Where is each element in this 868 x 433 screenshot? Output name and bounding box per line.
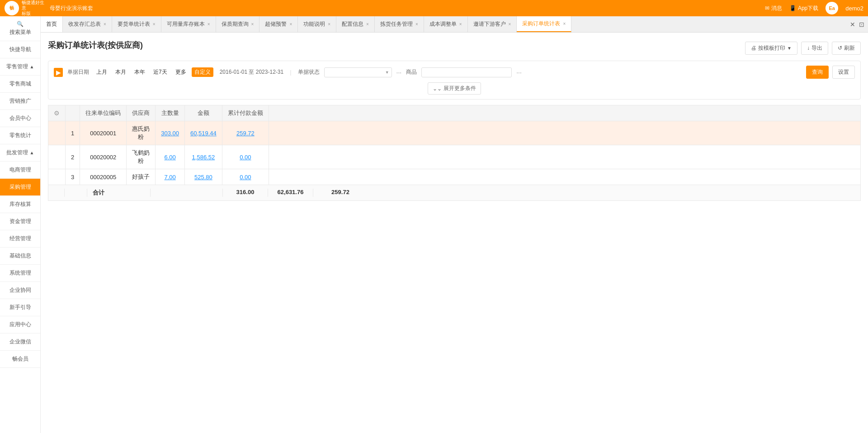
- sidebar-item-retail-shop[interactable]: 零售商城: [0, 76, 40, 93]
- filter-expand-toggle[interactable]: ▶: [54, 68, 63, 77]
- page-content: 采购订单统计表(按供应商) 🖨 按模板打印 ▼ ↓ 导出 ↺: [41, 33, 868, 433]
- row3-no: 3: [66, 169, 80, 185]
- table-row[interactable]: 1 00020001 惠氏奶粉 303.00 60,519.44 259.72: [48, 121, 861, 145]
- tab-func-desc[interactable]: 功能说明 ×: [298, 16, 336, 32]
- shortcut-this-year[interactable]: 本年: [132, 67, 148, 77]
- sidebar-item-finance[interactable]: 资金管理: [0, 213, 40, 230]
- sidebar-item-marketing[interactable]: 营销推广: [0, 93, 40, 110]
- row2-extra: [269, 145, 860, 169]
- main-layout: 🔍 搜索菜单 快捷导航 零售管理 ▲ 零售商城 营销推广 会员中心 零售统计: [0, 16, 868, 433]
- retail-arrow-icon: ▲: [30, 64, 34, 69]
- sidebar-item-ecom[interactable]: 电商管理: [0, 162, 40, 179]
- tab-close-pick-task[interactable]: ×: [415, 22, 418, 27]
- row2-amount[interactable]: 1,586.52: [185, 145, 222, 169]
- sidebar-item-retail[interactable]: 零售管理 ▲: [0, 58, 40, 76]
- tab-close-func-desc[interactable]: ×: [328, 22, 330, 27]
- tab-close-all-icon[interactable]: ✕: [850, 21, 855, 28]
- filter-row-main: ▶ 单据日期 上月 本月 本年 近7天 更多 自定义 2016-01-01: [54, 66, 855, 79]
- sidebar-item-corp[interactable]: 企业协同: [0, 282, 40, 299]
- sidebar-item-member[interactable]: 会员中心: [0, 110, 40, 127]
- status-more-icon[interactable]: ···: [396, 69, 402, 76]
- top-bar-title: 母婴行业演示账套: [45, 5, 765, 12]
- tab-receive-summary[interactable]: 收发存汇总表 ×: [63, 16, 112, 32]
- row3-quantity[interactable]: 7.00: [156, 169, 185, 185]
- table-wrapper: ⚙ 往来单位编码 供应商 主数量 金额 累计付款金额: [48, 105, 861, 201]
- tab-close-cost-adj[interactable]: ×: [459, 22, 462, 27]
- tab-bar: 首页 收发存汇总表 × 要货单统计表 × 可用量库存账本 × 保质期查询 ×: [41, 16, 868, 33]
- sidebar-item-inventory[interactable]: 库存核算: [0, 196, 40, 213]
- sidebar-item-batch[interactable]: 批发管理 ▲: [0, 144, 40, 162]
- refresh-button[interactable]: ↺ 刷新: [832, 42, 861, 55]
- tab-pick-task[interactable]: 拣货任务管理 ×: [375, 16, 424, 32]
- row3-paid[interactable]: 0.00: [222, 169, 269, 185]
- sidebar-item-newbie[interactable]: 新手引导: [0, 299, 40, 316]
- sidebar-item-wecom[interactable]: 企业微信: [0, 333, 40, 351]
- tab-maximize-icon[interactable]: ⊡: [859, 21, 864, 28]
- sidebar-item-search[interactable]: 🔍 搜索菜单: [0, 16, 40, 41]
- shortcut-last-month[interactable]: 上月: [94, 67, 110, 77]
- tab-close-overstock[interactable]: ×: [289, 22, 292, 27]
- shortcut-7days[interactable]: 近7天: [151, 67, 170, 77]
- sidebar-item-quicknav[interactable]: 快捷导航: [0, 41, 40, 58]
- status-select[interactable]: [324, 67, 392, 77]
- tab-purchase-summary[interactable]: 采购订单统计表 ×: [517, 16, 571, 32]
- tab-close-purchase-summary[interactable]: ×: [563, 21, 566, 26]
- date-range-display: 2016-01-01 至 2023-12-31: [220, 68, 283, 76]
- app-download-btn[interactable]: 📱 App下载: [789, 5, 818, 12]
- tab-available-stock[interactable]: 可用量库存账本 ×: [161, 16, 216, 32]
- sidebar-item-basic[interactable]: 基础信息: [0, 247, 40, 265]
- col-settings-icon[interactable]: ⚙: [54, 109, 60, 117]
- row1-no: 1: [66, 121, 80, 145]
- shortcut-more[interactable]: 更多: [173, 67, 189, 77]
- sidebar-item-appstore[interactable]: 应用中心: [0, 316, 40, 333]
- export-button[interactable]: ↓ 导出: [801, 42, 828, 55]
- row1-paid[interactable]: 259.72: [222, 121, 269, 145]
- sidebar-item-vip[interactable]: 畅会员: [0, 351, 40, 368]
- page-header: 采购订单统计表(按供应商) 🖨 按模板打印 ▼ ↓ 导出 ↺: [48, 40, 861, 56]
- tab-close-receive-summary[interactable]: ×: [104, 22, 106, 27]
- tab-invite-down[interactable]: 邀请下游客户 ×: [468, 16, 517, 32]
- col-settings[interactable]: ⚙: [48, 105, 66, 121]
- tab-bar-end: ✕ ⊡: [846, 21, 868, 28]
- col-unit-code: 往来单位编码: [80, 105, 127, 121]
- tab-close-invite-down[interactable]: ×: [509, 22, 511, 27]
- shortcut-custom[interactable]: 自定义: [192, 67, 213, 77]
- tab-shelf-life[interactable]: 保质期查询 ×: [216, 16, 260, 32]
- tab-overstock[interactable]: 超储预警 ×: [259, 16, 298, 32]
- query-button[interactable]: 查询: [806, 66, 829, 79]
- sidebar-item-retail-stat[interactable]: 零售统计: [0, 127, 40, 144]
- col-amount: 金额: [185, 105, 222, 121]
- message-btn[interactable]: ✉ 消息: [765, 5, 782, 12]
- goods-more-icon[interactable]: ···: [516, 69, 522, 76]
- goods-input[interactable]: [421, 67, 512, 77]
- shortcut-this-month[interactable]: 本月: [113, 67, 129, 77]
- top-bar: 畅 畅捷通好生意 标版 母婴行业演示账套 ✉ 消息 📱 App下载 Ea dem…: [0, 0, 868, 16]
- row1-amount[interactable]: 60,519.44: [185, 121, 222, 145]
- row1-quantity[interactable]: 303.00: [156, 121, 185, 145]
- tab-close-available-stock[interactable]: ×: [208, 22, 210, 27]
- table-row[interactable]: 2 00020002 飞鹤奶粉 6.00 1,586.52 0.00: [48, 145, 861, 169]
- data-table: ⚙ 往来单位编码 供应商 主数量 金额 累计付款金额: [48, 105, 861, 185]
- goods-filter-label: 商品: [406, 68, 417, 76]
- row3-amount[interactable]: 525.80: [185, 169, 222, 185]
- settings-button[interactable]: 设置: [832, 66, 855, 79]
- sidebar-item-ops[interactable]: 经营管理: [0, 230, 40, 247]
- table-row[interactable]: 3 00020005 好孩子 7.00 525.80 0.00: [48, 169, 861, 185]
- row2-quantity[interactable]: 6.00: [156, 145, 185, 169]
- tab-close-config[interactable]: ×: [366, 22, 369, 27]
- tab-close-shelf-life[interactable]: ×: [251, 22, 254, 27]
- tab-home[interactable]: 首页: [41, 16, 63, 32]
- tab-close-goods-summary[interactable]: ×: [153, 22, 156, 27]
- tab-goods-summary[interactable]: 要货单统计表 ×: [112, 16, 161, 32]
- avatar[interactable]: Ea: [826, 2, 838, 14]
- tab-cost-adj[interactable]: 成本调整单 ×: [424, 16, 468, 32]
- filter-bar: ▶ 单据日期 上月 本月 本年 近7天 更多 自定义 2016-01-01: [48, 61, 861, 100]
- table-footer: 合计 316.00 62,631.76 259.72: [48, 185, 861, 201]
- tab-config[interactable]: 配置信息 ×: [336, 16, 375, 32]
- print-button[interactable]: 🖨 按模板打印 ▼: [745, 42, 797, 55]
- expand-conditions-btn[interactable]: ⌄⌄ 展开更多条件: [428, 82, 481, 95]
- sidebar-item-purchase[interactable]: 采购管理: [0, 179, 40, 196]
- row2-paid[interactable]: 0.00: [222, 145, 269, 169]
- col-extra: [269, 105, 860, 121]
- sidebar-item-system[interactable]: 系统管理: [0, 265, 40, 282]
